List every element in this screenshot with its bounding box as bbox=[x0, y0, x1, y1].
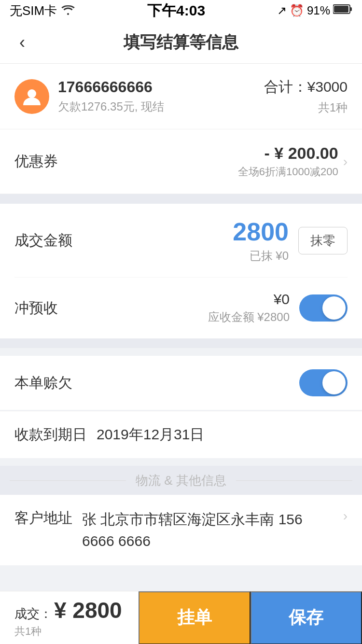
alarm-icon: ⏰ bbox=[290, 4, 304, 17]
hold-button[interactable]: 挂单 bbox=[139, 591, 250, 644]
coupon-amount: - ¥ 200.00 bbox=[265, 144, 338, 163]
footer-tx-row: 成交： ¥ 2800 bbox=[14, 597, 124, 623]
svg-rect-2 bbox=[334, 6, 348, 13]
header: ‹ 填写结算等信息 bbox=[0, 21, 362, 64]
footer-count: 共1种 bbox=[14, 624, 124, 639]
customer-info: 17666666666 欠款1276.35元, 现结 bbox=[58, 78, 164, 114]
duedate-label: 收款到期日 bbox=[14, 425, 87, 445]
coupon-label: 优惠券 bbox=[14, 152, 58, 171]
page-title: 填写结算等信息 bbox=[124, 31, 238, 54]
address-label: 客户地址 bbox=[14, 508, 72, 528]
transaction-amount-row: 成交金额 2800 已抹 ¥0 抹零 bbox=[14, 204, 348, 278]
sim-status: 无SIM卡 bbox=[10, 2, 57, 19]
customer-debt: 欠款1276.35元, 现结 bbox=[58, 99, 164, 114]
coupon-value-block: - ¥ 200.00 全场6折满1000减200 bbox=[238, 144, 338, 179]
advance-toggle[interactable] bbox=[299, 294, 348, 322]
wifi-icon bbox=[61, 3, 75, 18]
avatar bbox=[14, 79, 49, 114]
advance-right: ¥0 应收金额 ¥2800 bbox=[208, 291, 348, 325]
total-count: 共1种 bbox=[264, 100, 348, 115]
writeoff-label: 本单赊欠 bbox=[14, 373, 72, 393]
back-button[interactable]: ‹ bbox=[14, 28, 30, 57]
duedate-value: 2019年12月31日 bbox=[97, 425, 204, 445]
user-avatar-icon bbox=[21, 86, 42, 107]
address-content: 张 北京市市辖区海淀区永丰南 156 6666 6666 bbox=[82, 508, 334, 552]
advance-sub: 应收金额 ¥2800 bbox=[208, 309, 290, 325]
save-button[interactable]: 保存 bbox=[251, 591, 362, 644]
customer-total: 合计：¥3000 共1种 bbox=[264, 77, 348, 115]
section-divider-1 bbox=[0, 194, 362, 204]
footer-amount: ¥ 2800 bbox=[54, 597, 122, 623]
round-down-button[interactable]: 抹零 bbox=[298, 227, 348, 254]
svg-rect-1 bbox=[350, 7, 352, 11]
writeoff-toggle-knob bbox=[322, 371, 346, 394]
address-chevron-icon: › bbox=[343, 508, 348, 524]
footer-info: 成交： ¥ 2800 共1种 bbox=[0, 597, 139, 639]
logistics-divider: 物流 & 其他信息 bbox=[0, 466, 362, 495]
transaction-amount-sub: 已抹 ¥0 bbox=[233, 248, 289, 264]
location-icon: ↗ bbox=[277, 4, 287, 17]
chevron-right-icon: › bbox=[343, 154, 348, 169]
advance-amount: ¥0 bbox=[208, 291, 290, 308]
logistics-line-left bbox=[10, 480, 126, 481]
footer: 成交： ¥ 2800 共1种 挂单 保存 bbox=[0, 591, 362, 644]
customer-card: 17666666666 欠款1276.35元, 现结 合计：¥3000 共1种 bbox=[0, 64, 362, 129]
duedate-section: 收款到期日 2019年12月31日 bbox=[0, 411, 362, 458]
transaction-amount: 2800 bbox=[233, 217, 289, 246]
advance-payment-row: 冲预收 ¥0 应收金额 ¥2800 bbox=[14, 278, 348, 338]
total-amount: 合计：¥3000 bbox=[264, 77, 348, 97]
logistics-label: 物流 & 其他信息 bbox=[136, 472, 226, 489]
transaction-section: 成交金额 2800 已抹 ¥0 抹零 冲预收 ¥0 应收金额 ¥2800 bbox=[0, 204, 362, 338]
coupon-right: - ¥ 200.00 全场6折满1000减200 › bbox=[238, 144, 348, 179]
transaction-label: 成交金额 bbox=[14, 231, 72, 251]
writeoff-section: 本单赊欠 bbox=[0, 356, 362, 410]
toggle-knob bbox=[322, 296, 346, 320]
transaction-right: 2800 已抹 ¥0 抹零 bbox=[233, 217, 348, 264]
coupon-row[interactable]: 优惠券 - ¥ 200.00 全场6折满1000减200 › bbox=[0, 129, 362, 194]
customer-left: 17666666666 欠款1276.35元, 现结 bbox=[14, 78, 164, 114]
section-divider-2 bbox=[0, 338, 362, 348]
content-area: 17666666666 欠款1276.35元, 现结 合计：¥3000 共1种 … bbox=[0, 64, 362, 623]
time-display: 下午4:03 bbox=[147, 1, 205, 21]
status-left: 无SIM卡 bbox=[10, 2, 75, 19]
footer-tx-label: 成交： bbox=[14, 605, 52, 622]
advance-amount-block: ¥0 应收金额 ¥2800 bbox=[208, 291, 290, 325]
battery-icon bbox=[333, 4, 352, 17]
svg-point-3 bbox=[28, 89, 36, 98]
status-right: ↗ ⏰ 91% bbox=[277, 4, 352, 17]
customer-phone: 17666666666 bbox=[58, 78, 164, 96]
writeoff-toggle[interactable] bbox=[299, 369, 348, 396]
logistics-line-right bbox=[236, 480, 352, 481]
transaction-amount-block: 2800 已抹 ¥0 bbox=[233, 217, 289, 264]
status-bar: 无SIM卡 下午4:03 ↗ ⏰ 91% bbox=[0, 0, 362, 21]
battery-level: 91% bbox=[307, 4, 330, 17]
address-section[interactable]: 客户地址 张 北京市市辖区海淀区永丰南 156 6666 6666 › bbox=[0, 495, 362, 565]
advance-label: 冲预收 bbox=[14, 298, 58, 318]
coupon-desc: 全场6折满1000减200 bbox=[238, 165, 338, 179]
